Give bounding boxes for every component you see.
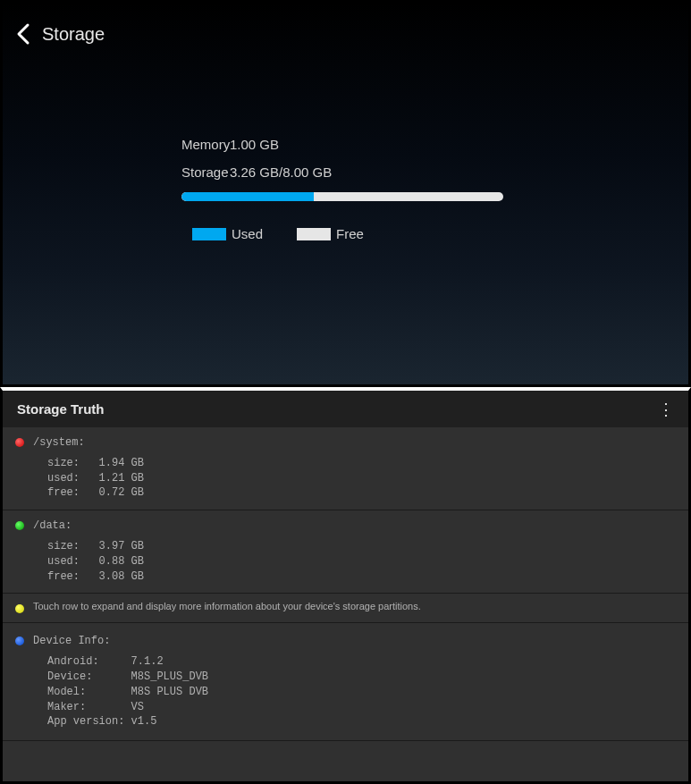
- blue-dot-icon: [15, 636, 24, 645]
- partition-name: /data:: [33, 518, 676, 534]
- storage-value: 3.26 GB/8.00 GB: [230, 164, 332, 180]
- device-content: Device Info: Android: 7.1.2 Device: M8S_…: [33, 634, 676, 729]
- used-swatch: [192, 228, 226, 240]
- used-label: Used: [232, 226, 263, 241]
- device-info-details: Android: 7.1.2 Device: M8S_PLUS_DVB Mode…: [33, 654, 676, 729]
- back-icon[interactable]: [12, 22, 35, 46]
- storage-progress-bar: [181, 192, 503, 201]
- app-title: Storage Truth: [17, 401, 105, 417]
- storage-label: Storage: [181, 164, 230, 180]
- yellow-dot-icon: [15, 604, 24, 613]
- memory-label: Memory: [181, 137, 230, 152]
- app-header: Storage Truth ⋮: [3, 391, 688, 427]
- overflow-menu-icon[interactable]: ⋮: [658, 401, 674, 417]
- partition-content: /system: size: 1.94 GB used: 1.21 GB fre…: [33, 435, 676, 501]
- partition-content: /data: size: 3.97 GB used: 0.88 GB free:…: [33, 518, 676, 584]
- hint-text: Touch row to expand and display more inf…: [33, 602, 421, 611]
- partition-details: size: 3.97 GB used: 0.88 GB free: 3.08 G…: [33, 539, 676, 584]
- red-dot-icon: [15, 438, 24, 447]
- memory-row: Memory 1.00 GB: [181, 137, 510, 152]
- storage-settings-panel: Storage Memory 1.00 GB Storage 3.26 GB/8…: [0, 0, 691, 387]
- storage-row: Storage 3.26 GB/8.00 GB: [181, 164, 510, 180]
- legend-free: Free: [297, 226, 364, 241]
- partition-system-row[interactable]: /system: size: 1.94 GB used: 1.21 GB fre…: [3, 427, 688, 510]
- legend-used: Used: [192, 226, 263, 241]
- device-info-row[interactable]: Device Info: Android: 7.1.2 Device: M8S_…: [3, 623, 688, 741]
- green-dot-icon: [15, 521, 24, 530]
- storage-content: Memory 1.00 GB Storage 3.26 GB/8.00 GB U…: [3, 65, 688, 241]
- partition-name: /system:: [33, 435, 676, 451]
- memory-value: 1.00 GB: [230, 137, 279, 152]
- free-label: Free: [336, 226, 364, 241]
- storage-progress-fill: [181, 192, 314, 201]
- partition-details: size: 1.94 GB used: 1.21 GB free: 0.72 G…: [33, 456, 676, 501]
- page-title: Storage: [42, 24, 105, 45]
- device-info-title: Device Info:: [33, 634, 676, 649]
- storage-truth-panel: Storage Truth ⋮ /system: size: 1.94 GB u…: [0, 387, 691, 784]
- partition-data-row[interactable]: /data: size: 3.97 GB used: 0.88 GB free:…: [3, 510, 688, 594]
- hint-row[interactable]: Touch row to expand and display more inf…: [3, 594, 688, 623]
- header: Storage: [3, 3, 688, 65]
- free-swatch: [297, 228, 331, 240]
- legend: Used Free: [181, 226, 510, 241]
